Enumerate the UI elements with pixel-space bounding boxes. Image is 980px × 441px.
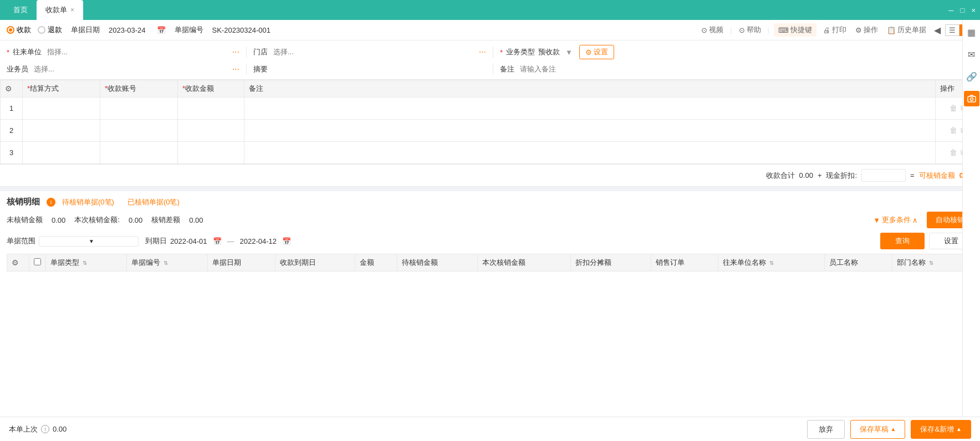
receipt-refund-toggle: 收款 退款 [7,25,62,35]
staff-label: 业务员 [7,64,28,74]
table-header-row: ⚙ *结算方式 *收款账号 *收款金额 备注 操作 [1,80,980,98]
counterparty-required-star: * [7,48,9,57]
sidebar-clip-icon[interactable]: 🔗 [964,69,979,84]
setting-button[interactable]: ⚙ 设置 [579,45,614,59]
summary-input[interactable] [271,64,486,75]
vth-counterparty: 往来单位名称 ⇅ [718,254,825,271]
verify-table-settings-icon[interactable]: ⚙ [12,258,19,267]
filter-row: 单据范围 ▼ 到期日 2022-04-01 📅 — 2022-04-12 📅 [7,236,291,247]
query-btn[interactable]: 查询 [880,233,925,249]
row-settle-1[interactable] [23,98,100,120]
row-amount-1[interactable] [178,98,244,120]
tab-active[interactable]: 收款单 × [37,0,83,20]
row-remark-3[interactable] [244,142,936,164]
row-remark-2[interactable] [244,120,936,142]
th-settle: *结算方式 [23,80,100,98]
calendar-icon[interactable]: 📅 [157,26,166,34]
verify-info-icon[interactable]: i [47,198,55,207]
bill-range-select[interactable]: ▼ [39,236,139,247]
window-controls: ─ □ × [948,6,976,14]
refund-radio[interactable]: 退款 [38,25,62,35]
setting-label: 设置 [594,47,608,57]
business-type-label: 业务类型 [506,47,535,57]
bill-type-sort[interactable]: ⇅ [83,260,87,266]
business-type-arrow[interactable]: ▼ [565,48,573,57]
vth-receipt-due: 收款到期日 [275,254,355,271]
vth-settings: ⚙ [7,254,29,271]
operation-label: 操作 [864,25,878,35]
operation-btn[interactable]: ⚙ 操作 [853,24,880,36]
footer-left: 本单上次 i 0.00 [9,424,67,434]
tab-close-icon[interactable]: × [70,0,74,20]
row-remark-1[interactable] [244,98,936,120]
counterparty-sort[interactable]: ⇅ [769,260,774,266]
counterparty-field: * 往来单位 ··· [7,47,239,58]
sidebar-mail-icon[interactable]: ✉ [964,47,979,62]
counterparty-input[interactable] [45,47,227,58]
filter-actions: 查询 设置 [880,233,973,249]
select-all-checkbox[interactable] [34,258,41,265]
row-amount-2[interactable] [178,120,244,142]
prev-icon[interactable]: ◀ [933,24,942,37]
total-value: 0.00 [799,171,813,180]
minimize-icon[interactable]: ─ [948,6,953,14]
row-delete-icon-2[interactable]: 🗑 [950,126,957,135]
staff-more-icon[interactable]: ··· [232,64,239,74]
row-delete-icon-1[interactable]: 🗑 [950,104,957,113]
th-remark: 备注 [244,80,936,98]
table-settings-icon[interactable]: ⚙ [5,84,12,93]
row-account-2[interactable] [100,120,178,142]
row-amount-3[interactable] [178,142,244,164]
th-account: *收款账号 [100,80,178,98]
diff-label: 核销差额 [151,215,180,225]
row-delete-icon-3[interactable]: 🗑 [950,148,957,157]
vth-pending-cancel: 待核销金额 [397,254,478,271]
staff-input[interactable] [32,64,227,75]
close-icon[interactable]: × [971,6,976,14]
save-new-btn[interactable]: 保存&新增 ▲ [911,420,971,439]
save-draft-btn[interactable]: 保存草稿 ▲ [850,420,906,439]
discount-input[interactable] [861,169,906,182]
vth-bill-type: 单据类型 ⇅ [46,254,127,271]
row-settle-2[interactable] [23,120,100,142]
sidebar-camera-icon[interactable] [964,91,979,106]
due-date-to: 2022-04-12 [240,237,277,245]
right-sidebar: ▦ ✉ 🔗 [962,20,980,417]
more-conditions-btn[interactable]: ▼ 更多条件 ∧ [873,215,918,225]
diff-value: 0.00 [189,216,203,224]
verify-header-row: ⚙ 单据类型 ⇅ 单据编号 ⇅ [7,254,973,271]
footer-info-icon[interactable]: i [41,425,49,433]
store-input[interactable] [271,47,473,58]
shortcut-label: 快捷键 [790,25,812,35]
abandon-btn[interactable]: 放弃 [807,420,845,439]
due-date-from-calendar[interactable]: 📅 [213,237,222,245]
store-more-icon[interactable]: ··· [479,47,486,57]
footer-right: 放弃 保存草稿 ▲ 保存&新增 ▲ [807,420,971,439]
row-account-3[interactable] [100,142,178,164]
print-btn[interactable]: 🖨 打印 [821,24,849,36]
due-date-to-calendar[interactable]: 📅 [282,237,291,245]
counterparty-more-icon[interactable]: ··· [232,47,239,57]
help-btn[interactable]: ⊙ 帮助 [737,24,763,36]
notes-input[interactable] [518,64,973,75]
video-btn[interactable]: ⊙ 视频 [699,24,726,36]
svg-point-1 [970,98,973,101]
row-settle-3[interactable] [23,142,100,164]
sidebar-table-icon[interactable]: ▦ [964,24,979,40]
row-account-1[interactable] [100,98,178,120]
shortcut-btn[interactable]: ⌨ 快捷键 [774,23,816,37]
history-btn[interactable]: 📋 历史单据 [885,24,928,36]
receipt-radio[interactable]: 收款 [7,25,31,35]
done-tab[interactable]: 已核销单据(0笔) [127,197,180,207]
list-view-btn[interactable]: ☰ [945,24,959,36]
eq-sign: = [910,171,915,180]
maximize-icon[interactable]: □ [961,6,965,14]
tab-home[interactable]: 首页 [4,0,37,20]
save-draft-chevron: ▲ [891,426,896,432]
field-sep-2 [493,47,493,58]
bill-number-sort[interactable]: ⇅ [164,260,168,266]
help-icon: ⊙ [739,26,745,34]
pending-tab[interactable]: 待核销单据(0笔) [62,197,114,207]
vth-dept: 部门名称 ⇅ [892,254,973,271]
dept-sort[interactable]: ⇅ [929,260,933,266]
